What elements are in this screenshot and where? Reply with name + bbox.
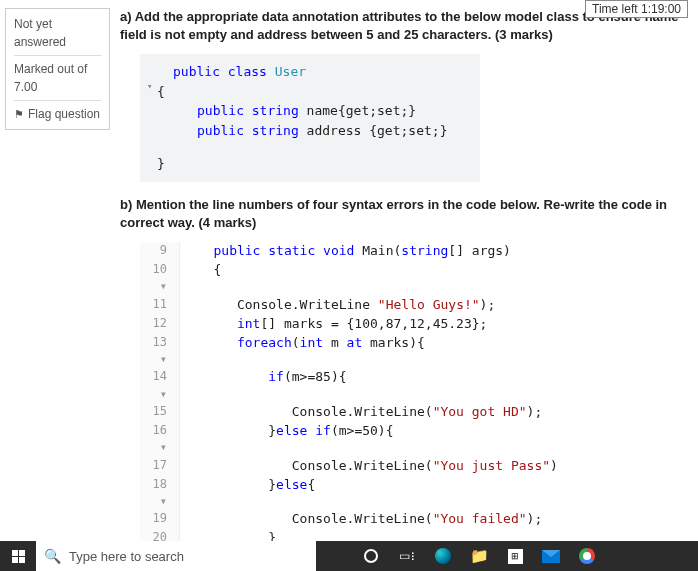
code-block-a: ▾ public class User { public string name… [140, 54, 480, 182]
file-explorer-icon[interactable]: 📁 [464, 541, 494, 571]
time-left-badge: Time left 1:19:00 [585, 0, 688, 18]
marked-text-1: Marked out of [14, 60, 101, 78]
taskbar: 🔍 Type here to search ▭⫶ 📁 ⊞ [0, 541, 698, 571]
line-number: 12 [140, 315, 180, 334]
code-row: 11 Console.WriteLine "Hello Guys!"); [140, 296, 650, 315]
main-container: Not yet answered Marked out of 7.00 ⚑ Fl… [0, 0, 698, 541]
line-number: 20 [140, 529, 180, 541]
code-row: 15 Console.WriteLine("You got HD"); [140, 403, 650, 422]
search-icon: 🔍 [44, 548, 61, 564]
line-number: 11 [140, 296, 180, 315]
task-view-icon[interactable]: ▭⫶ [392, 541, 422, 571]
code-row: 16 ▾ }else if(m>=50){ [140, 422, 650, 457]
status-text-2: answered [14, 33, 101, 51]
line-number: 14 ▾ [140, 368, 180, 403]
taskbar-icons: ▭⫶ 📁 ⊞ [356, 541, 602, 571]
mail-icon[interactable] [536, 541, 566, 571]
question-sidebar: Not yet answered Marked out of 7.00 ⚑ Fl… [0, 0, 115, 541]
windows-icon [12, 550, 25, 563]
code-line: { [157, 82, 470, 102]
line-number: 16 ▾ [140, 422, 180, 457]
line-number: 9 [140, 242, 180, 261]
code-row: 20 } [140, 529, 650, 541]
chrome-icon[interactable] [572, 541, 602, 571]
code-row: 12 int[] marks = {100,87,12,45.23}; [140, 315, 650, 334]
line-number: 13 ▾ [140, 334, 180, 369]
code-row: 13 ▾ foreach(int m at marks){ [140, 334, 650, 369]
flag-question-link[interactable]: ⚑ Flag question [14, 105, 101, 123]
store-icon[interactable]: ⊞ [500, 541, 530, 571]
start-button[interactable] [0, 541, 36, 571]
code-line: public class User [173, 62, 470, 82]
flag-icon: ⚑ [14, 106, 24, 123]
flag-label: Flag question [28, 105, 100, 123]
line-number: 15 [140, 403, 180, 422]
code-row: 19 Console.WriteLine("You failed"); [140, 510, 650, 529]
divider [14, 100, 101, 101]
code-block-b: 9 public static void Main(string[] args)… [140, 242, 650, 541]
cortana-icon[interactable] [356, 541, 386, 571]
code-row: 17 Console.WriteLine("You just Pass") [140, 457, 650, 476]
part-b-prompt: b) Mention the line numbers of four synt… [120, 196, 688, 232]
code-row: 18 ▾ }else{ [140, 476, 650, 511]
code-line: } [157, 154, 470, 174]
code-row: 14 ▾ if(m>=85){ [140, 368, 650, 403]
code-line: public string address {get;set;} [173, 121, 470, 141]
question-content: a) Add the appropriate data annotation a… [115, 0, 698, 541]
code-row: 9 public static void Main(string[] args) [140, 242, 650, 261]
code-line: public string name{get;set;} [173, 101, 470, 121]
status-text-1: Not yet [14, 15, 101, 33]
search-box[interactable]: 🔍 Type here to search [36, 541, 316, 571]
code-row: 10 ▾ { [140, 261, 650, 296]
edge-icon[interactable] [428, 541, 458, 571]
fold-icon[interactable]: ▾ [147, 80, 152, 94]
line-number: 18 ▾ [140, 476, 180, 511]
marked-text-2: 7.00 [14, 78, 101, 96]
status-block: Not yet answered Marked out of 7.00 ⚑ Fl… [5, 8, 110, 130]
line-number: 17 [140, 457, 180, 476]
divider [14, 55, 101, 56]
line-number: 10 ▾ [140, 261, 180, 296]
search-placeholder: Type here to search [69, 549, 184, 564]
line-number: 19 [140, 510, 180, 529]
